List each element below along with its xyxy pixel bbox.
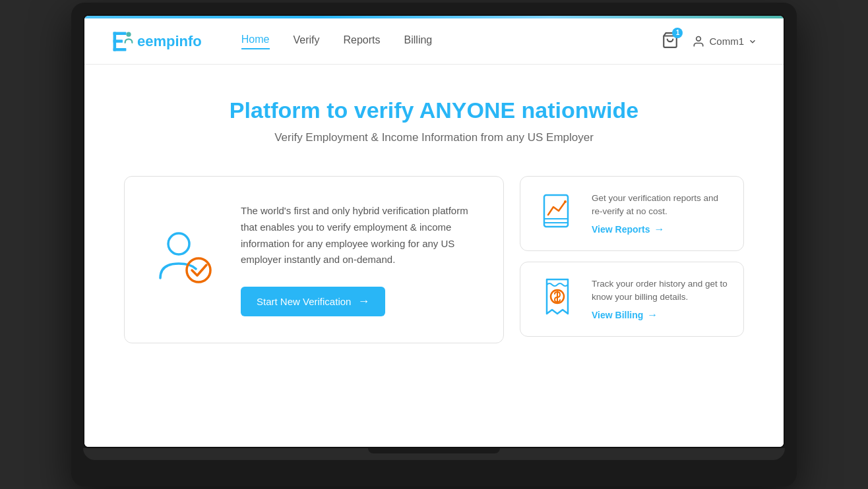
logo-text: eempinfo	[137, 33, 202, 50]
arrow-icon: →	[357, 295, 369, 308]
reports-card-content: Get your verification reports and re-ver…	[592, 192, 728, 236]
main-nav: Home Verify Reports Billing	[241, 34, 662, 49]
reports-card: Get your verification reports and re-ver…	[520, 176, 744, 251]
hero-section: Platform to verify ANYONE nationwide Ver…	[124, 98, 744, 144]
verification-card: The world's first and only hybrid verifi…	[124, 176, 504, 343]
user-icon	[692, 35, 705, 48]
laptop-screen: eempinfo Home Verify Reports Billing 1	[83, 14, 785, 448]
user-name: Comm1	[709, 36, 744, 47]
laptop-frame: eempinfo Home Verify Reports Billing 1	[71, 3, 797, 486]
cards-section: The world's first and only hybrid verifi…	[124, 176, 744, 343]
header: eempinfo Home Verify Reports Billing 1	[84, 18, 784, 65]
billing-card: Track your order history and get to know…	[520, 262, 744, 337]
reports-description: Get your verification reports and re-ver…	[592, 192, 728, 219]
nav-home[interactable]: Home	[241, 34, 270, 49]
svg-rect-9	[544, 195, 568, 227]
nav-reports[interactable]: Reports	[344, 34, 381, 49]
nav-verify[interactable]: Verify	[294, 34, 320, 49]
reports-svg	[536, 191, 578, 233]
billing-svg	[536, 277, 578, 319]
billing-description: Track your order history and get to know…	[592, 277, 728, 304]
billing-icon	[536, 277, 578, 322]
reports-icon	[536, 191, 578, 236]
view-reports-label: View Reports	[592, 224, 650, 235]
logo-icon	[111, 30, 135, 53]
svg-point-10	[564, 200, 567, 203]
person-check-svg	[151, 225, 217, 291]
view-billing-link[interactable]: View Billing →	[592, 309, 658, 321]
person-check-icon	[151, 225, 217, 294]
svg-rect-3	[113, 47, 127, 51]
cart-badge: 1	[672, 28, 683, 38]
header-right: 1 Comm1	[662, 32, 757, 51]
view-reports-link[interactable]: View Reports →	[592, 223, 664, 235]
view-billing-label: View Billing	[592, 310, 643, 320]
start-verification-label: Start New Verification	[257, 296, 351, 307]
svg-point-8	[187, 258, 210, 282]
main-content: Platform to verify ANYONE nationwide Ver…	[84, 65, 784, 447]
svg-point-7	[168, 233, 189, 254]
start-verification-button[interactable]: Start New Verification →	[241, 287, 385, 316]
right-cards: Get your verification reports and re-ver…	[520, 176, 744, 343]
chevron-down-icon	[748, 37, 757, 46]
billing-card-content: Track your order history and get to know…	[592, 277, 728, 322]
laptop-base	[83, 448, 785, 460]
svg-point-4	[126, 32, 131, 36]
verification-card-content: The world's first and only hybrid verifi…	[241, 203, 477, 316]
svg-rect-2	[113, 40, 123, 43]
hero-subtitle: Verify Employment & Income Information f…	[124, 131, 744, 144]
verification-description: The world's first and only hybrid verifi…	[241, 203, 477, 268]
svg-rect-1	[113, 32, 127, 35]
svg-point-6	[697, 36, 701, 41]
hero-title: Platform to verify ANYONE nationwide	[124, 98, 744, 123]
reports-arrow-icon: →	[654, 223, 664, 235]
billing-arrow-icon: →	[647, 309, 658, 321]
logo[interactable]: eempinfo	[111, 30, 202, 53]
cart-button[interactable]: 1	[662, 32, 679, 51]
nav-billing[interactable]: Billing	[404, 34, 433, 49]
user-menu[interactable]: Comm1	[692, 35, 757, 48]
